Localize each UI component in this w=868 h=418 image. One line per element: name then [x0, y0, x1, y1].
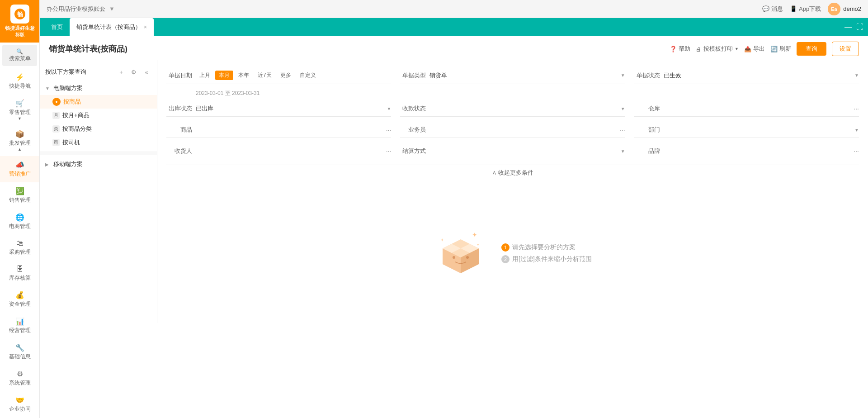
sidebar-logo[interactable]: 畅 畅捷通好生意 标版	[0, 0, 39, 43]
outstatus-value-group[interactable]: 已出库 ▼	[196, 104, 391, 113]
tab-sales-report[interactable]: 销货单统计表（按商品） ×	[70, 18, 154, 36]
tab-maximize-btn[interactable]: ⛶	[856, 23, 863, 31]
status-value: 已生效	[664, 71, 681, 80]
warehouse-value-group[interactable]: ···	[664, 105, 859, 112]
tab-minimize-btn[interactable]: —	[844, 23, 852, 31]
mobile-toggle-icon: ▶	[45, 162, 52, 167]
filter-recvstatus-cell: 收款状态 ▼	[400, 101, 625, 117]
collapse-panel-btn[interactable]: «	[142, 67, 151, 77]
search-menu[interactable]: 🔍 搜索菜单	[2, 45, 37, 66]
main-area: 办公用品行业模拟账套 ▼ 💬 消息 📱 App下载 Ea demo2	[40, 0, 868, 418]
settings-scheme-btn[interactable]: ⚙	[129, 67, 139, 77]
filter-row-1: 单据日期 上月 本月 本年 近7天 更多 自定义	[166, 67, 859, 84]
tree-item-by-driver[interactable]: 司 按司机	[40, 136, 157, 149]
date-tab-this-month[interactable]: 本月	[215, 71, 233, 80]
page-header: 销货单统计表(按商品) ❓ 帮助 🖨 按模板打印 ▼ 📤 导出 🔄 刷新	[40, 36, 868, 60]
dept-value-group[interactable]: ▼	[664, 128, 859, 133]
sidebar-item-sales[interactable]: 💹 销售管理	[0, 182, 39, 209]
message-btn[interactable]: 💬 消息	[762, 5, 783, 13]
salesperson-value-group[interactable]: ···	[429, 126, 625, 133]
sidebar-item-wholesale[interactable]: 📦 批发管理 ▲	[0, 125, 39, 156]
sidebar-item-inventory[interactable]: 🗄 库存核算	[0, 261, 39, 286]
help-btn[interactable]: ❓ 帮助	[670, 45, 690, 53]
type-value-group[interactable]: 销货单 ▼	[429, 71, 625, 80]
date-tab-last-month[interactable]: 上月	[196, 71, 214, 80]
date-range-text: 2023-03-01 至 2023-03-31	[196, 90, 259, 96]
collapse-filters-btn[interactable]: ∧ 收起更多条件	[166, 165, 859, 180]
recvstatus-value-group[interactable]: ▼	[429, 106, 625, 111]
sidebar-item-retail[interactable]: 🛒 零售管理 ▼	[0, 95, 39, 125]
tree-item-by-goods[interactable]: ● 按商品	[40, 95, 157, 109]
top-header: 办公用品行业模拟账套 ▼ 💬 消息 📱 App下载 Ea demo2	[40, 0, 868, 18]
svg-text:✦: ✦	[476, 243, 480, 247]
tab-close-icon[interactable]: ×	[144, 24, 147, 30]
brand-dots[interactable]: ···	[854, 147, 859, 155]
sidebar-item-quick-nav[interactable]: ⚡ 快捷导航	[0, 68, 39, 95]
status-label: 单据状态	[634, 71, 664, 80]
tab-home[interactable]: 首页	[44, 18, 70, 36]
salesperson-dots[interactable]: ···	[620, 126, 625, 133]
basic-icon: 🔧	[2, 343, 37, 352]
sidebar-item-finance-label: 资金管理	[2, 300, 37, 308]
date-tab-more[interactable]: 更多	[277, 71, 295, 80]
tree-pc-section-header[interactable]: ▼ 电脑端方案	[40, 81, 157, 95]
sidebar-item-finance[interactable]: 💰 资金管理	[0, 286, 39, 313]
date-tab-7days[interactable]: 近7天	[254, 71, 275, 80]
status-value-group[interactable]: 已生效 ▼	[664, 71, 859, 80]
ecommerce-icon: 🌐	[2, 213, 37, 222]
by-goods-icon: ●	[52, 98, 61, 106]
page-content: 销货单统计表(按商品) ❓ 帮助 🖨 按模板打印 ▼ 📤 导出 🔄 刷新	[40, 36, 868, 418]
sidebar-item-basic-label: 基础信息	[2, 353, 37, 361]
payment-value-group[interactable]: ▼	[429, 149, 625, 154]
sidebar-item-basic[interactable]: 🔧 基础信息	[0, 339, 39, 365]
sales-icon: 💹	[2, 187, 37, 195]
enterprise-icon: 🤝	[2, 396, 37, 404]
left-panel-header: 按以下方案查询 + ⚙ «	[40, 65, 157, 79]
tree-item-by-category[interactable]: 类 按商品分类	[40, 122, 157, 136]
print-icon: 🖨	[696, 46, 702, 52]
template-print-label: 按模板打印	[703, 45, 733, 53]
tree-item-by-month[interactable]: 月 按月+商品	[40, 109, 157, 122]
receiver-dots[interactable]: ···	[386, 147, 392, 155]
goods-value-group[interactable]: ···	[196, 126, 391, 133]
sidebar-item-operation-label: 经营管理	[2, 327, 37, 334]
user-name: demo2	[843, 5, 861, 12]
filter-brand-cell: 品牌 ···	[634, 143, 859, 159]
finance-icon: 💰	[2, 291, 37, 299]
export-btn[interactable]: 📤 导出	[744, 45, 765, 53]
brand-value-group[interactable]: ···	[664, 147, 859, 155]
date-tab-custom[interactable]: 自定义	[296, 71, 320, 80]
tab-home-label: 首页	[51, 23, 63, 31]
app-download-btn[interactable]: 📱 App下载	[790, 5, 821, 13]
by-category-label: 按商品分类	[62, 125, 92, 133]
brand-label: 品牌	[634, 147, 664, 155]
user-avatar: Ea	[828, 3, 840, 15]
svg-text:Ea: Ea	[831, 6, 838, 12]
query-button[interactable]: 查询	[797, 42, 826, 56]
svg-text:畅: 畅	[17, 11, 23, 18]
sidebar-item-enterprise[interactable]: 🤝 企业协同	[0, 391, 39, 418]
sidebar-item-system[interactable]: ⚙ 系统管理	[0, 365, 39, 391]
type-value: 销货单	[429, 71, 447, 80]
template-print-btn[interactable]: 🖨 按模板打印 ▼	[696, 45, 739, 53]
sidebar-item-marketing[interactable]: 📣 营销推广	[0, 156, 39, 182]
goods-dots[interactable]: ···	[386, 126, 392, 133]
dept-chevron: ▼	[854, 128, 859, 133]
filter-date-cell: 单据日期 上月 本月 本年 近7天 更多 自定义	[166, 67, 391, 84]
industry-dropdown[interactable]: ▼	[109, 5, 115, 12]
settings-scheme-icon: ⚙	[131, 69, 137, 76]
sidebar-item-operation[interactable]: 📊 经营管理	[0, 313, 39, 339]
sidebar-item-purchase[interactable]: 🛍 采购管理	[0, 235, 39, 261]
warehouse-dots[interactable]: ···	[854, 105, 859, 112]
tree-mobile-section-header[interactable]: ▶ 移动端方案	[40, 157, 157, 171]
add-scheme-btn[interactable]: +	[116, 67, 126, 77]
operation-icon: 📊	[2, 317, 37, 326]
receiver-value-group[interactable]: ···	[196, 147, 391, 155]
date-tab-this-year[interactable]: 本年	[235, 71, 253, 80]
refresh-btn[interactable]: 🔄 刷新	[770, 45, 791, 53]
user-profile[interactable]: Ea demo2	[828, 3, 861, 15]
export-icon: 📤	[744, 46, 751, 52]
message-icon: 💬	[762, 5, 769, 12]
settings-button[interactable]: 设置	[832, 42, 859, 56]
sidebar-item-ecommerce[interactable]: 🌐 电商管理	[0, 209, 39, 235]
